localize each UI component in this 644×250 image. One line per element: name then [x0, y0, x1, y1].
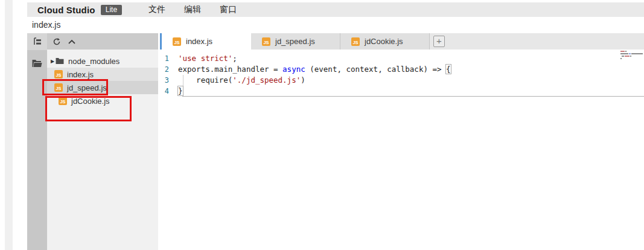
- code-token: ): [301, 75, 305, 85]
- line-number: 4: [158, 86, 169, 97]
- expand-arrow-icon[interactable]: ▶: [51, 59, 56, 64]
- tree-item-label: index.js: [67, 70, 94, 79]
- tab-label: index.js: [186, 37, 212, 46]
- breadcrumb: index.js: [27, 17, 644, 33]
- tab-jd-speed-js[interactable]: JS jd_speed.js: [251, 33, 340, 50]
- new-tab-button[interactable]: +: [433, 36, 445, 47]
- code-token: require(: [178, 75, 232, 85]
- explorer-toolbar: [47, 33, 158, 50]
- matched-bracket: }: [178, 86, 183, 95]
- minimap[interactable]: [620, 51, 643, 60]
- tab-jdcookie-js[interactable]: JS jdCookie.js: [340, 33, 430, 50]
- code-line-4: }: [178, 86, 183, 97]
- file-explorer: ▶ node_modules JS index.js JS jd_speed.j…: [47, 33, 158, 250]
- tab-label: jd_speed.js: [275, 37, 315, 46]
- explorer-view-button[interactable]: [27, 33, 47, 50]
- plus-icon: +: [436, 36, 442, 46]
- js-file-icon: JS: [54, 70, 63, 79]
- js-file-icon: JS: [173, 37, 181, 46]
- tab-label: jdCookie.js: [365, 37, 403, 46]
- tab-bar: JS index.js JS jd_speed.js JS jdCookie.j…: [160, 33, 644, 50]
- line-number: 3: [158, 75, 169, 86]
- list-tree-icon: [33, 37, 42, 46]
- menu-item-edit[interactable]: 编辑: [177, 3, 208, 16]
- window-edge-strip: [5, 0, 13, 250]
- activity-bar: [27, 33, 47, 250]
- tab-index-js[interactable]: JS index.js: [160, 33, 251, 50]
- menu-item-window[interactable]: 窗口: [213, 3, 243, 16]
- tree-item-label: jd_speed.js: [67, 83, 107, 92]
- matched-bracket: {: [446, 65, 451, 74]
- folder-icon: [32, 59, 42, 68]
- lite-badge: Lite: [101, 5, 122, 15]
- tree-item-jdcookie-js[interactable]: JS jdCookie.js: [47, 94, 158, 107]
- menu-bar: Cloud Studio Lite 文件 编辑 窗口: [27, 2, 644, 17]
- code-token: (event, context, callback) =>: [305, 65, 446, 74]
- line-number: 2: [158, 64, 169, 75]
- code-line-2: exports.main_handler = async (event, con…: [178, 64, 451, 75]
- open-folder-button[interactable]: [27, 55, 47, 72]
- code-line-1: 'use strict';: [178, 53, 237, 64]
- menu-item-file[interactable]: 文件: [142, 3, 172, 16]
- js-file-icon: JS: [54, 83, 63, 92]
- collapse-all-icon[interactable]: [67, 37, 77, 46]
- folder-icon: [56, 57, 64, 65]
- menu-items: 文件 编辑 窗口: [142, 3, 249, 16]
- tree-item-index-js[interactable]: JS index.js: [47, 68, 158, 81]
- refresh-icon[interactable]: [52, 37, 62, 46]
- current-line-border: [182, 96, 644, 97]
- breadcrumb-filename: index.js: [32, 17, 60, 33]
- code-token: 'use strict': [178, 54, 232, 63]
- tree-item-label: node_modules: [68, 57, 120, 66]
- code-token: exports.main_handler =: [178, 65, 282, 74]
- line-number: 1: [158, 53, 169, 64]
- code-token: async: [282, 65, 305, 74]
- js-file-icon: JS: [351, 37, 360, 46]
- tree-item-label: jdCookie.js: [71, 97, 110, 106]
- js-file-icon: JS: [59, 97, 67, 105]
- app-title: Cloud Studio: [37, 5, 95, 15]
- code-token: './jd_speed.js': [232, 75, 301, 85]
- tree-item-jd-speed-js[interactable]: JS jd_speed.js: [47, 81, 158, 94]
- code-line-3: require('./jd_speed.js'): [178, 75, 305, 86]
- file-tree: ▶ node_modules JS index.js JS jd_speed.j…: [47, 54, 158, 107]
- js-file-icon: JS: [262, 37, 270, 46]
- code-editor[interactable]: 1 2 3 4 'use strict'; exports.main_handl…: [158, 50, 644, 250]
- tree-item-node-modules[interactable]: ▶ node_modules: [47, 54, 158, 68]
- code-token: ;: [232, 54, 237, 63]
